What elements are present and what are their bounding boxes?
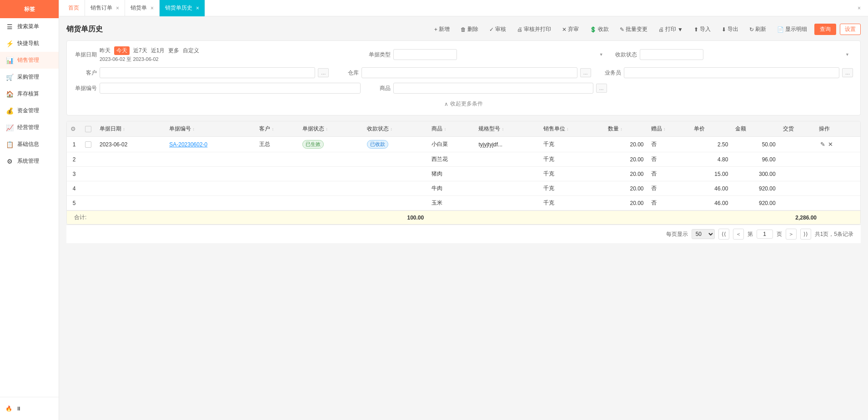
doc-number-link[interactable]: SA-20230602-0 [169, 141, 207, 148]
col-goods[interactable]: 商品 [428, 121, 475, 137]
warehouse-ellipsis-btn[interactable]: ... [580, 68, 591, 77]
goods-ellipsis-btn[interactable]: ... [596, 84, 607, 93]
col-doc-status[interactable]: 单据状态 [299, 121, 363, 137]
cell-transaction [779, 167, 815, 181]
print-button[interactable]: 🖨 打印 ▼ [655, 24, 687, 35]
sidebar-item-label: 基础信息 [17, 140, 39, 148]
tab-sales-history[interactable]: 销货单历史 × [160, 0, 205, 16]
shortcut-custom[interactable]: 自定义 [183, 47, 199, 55]
tab-sales-order-close[interactable]: × [116, 5, 119, 11]
sidebar-item-base-info[interactable]: 📋 基础信息 [0, 136, 59, 153]
display-detail-button[interactable]: 📄 显示明细 [773, 24, 811, 35]
audit-print-button[interactable]: 🖨 审核并打印 [513, 24, 555, 35]
per-page-select[interactable]: 50 100 [692, 229, 715, 239]
col-doc-number[interactable]: 单据编号 [166, 121, 256, 137]
doc-number-input[interactable] [100, 83, 361, 94]
cell-sales-unit: 千克 [540, 167, 604, 181]
cell-customer [256, 181, 299, 196]
export-button[interactable]: ⬇ 导出 [718, 24, 742, 35]
col-quantity[interactable]: 数量 [604, 121, 647, 137]
payment-status-select[interactable] [640, 49, 703, 60]
audit-button[interactable]: ✓ 审核 [486, 24, 510, 35]
edit-action-btn[interactable]: ✎ [819, 141, 827, 148]
filter-row-1: 单据日期 昨天 今天 近7天 近1月 更多 自定义 2023-06-02 至 2… [74, 46, 853, 63]
shortcut-more[interactable]: 更多 [168, 47, 179, 55]
shortcut-last1month[interactable]: 近1月 [151, 47, 165, 55]
page-first-btn[interactable]: ⟨⟨ [718, 229, 729, 240]
payment-status-select-wrap [640, 49, 853, 60]
tab-sales-delivery[interactable]: 销货单 × [125, 0, 160, 16]
page-input[interactable] [757, 230, 773, 239]
discard-button[interactable]: ✕ 弃审 [558, 24, 582, 35]
sidebar-item-finance-mgmt[interactable]: 💰 资金管理 [0, 102, 59, 119]
cell-row-num: 4 [67, 181, 81, 196]
cell-gift: 否 [647, 152, 691, 167]
col-customer[interactable]: 客户 [256, 121, 299, 137]
delete-button[interactable]: 🗑 删除 [457, 24, 482, 35]
sidebar-item-sys-mgmt[interactable]: ⚙ 系统管理 [0, 153, 59, 170]
col-payment-status[interactable]: 收款状态 [363, 121, 428, 137]
search-menu-icon: ☰ [5, 23, 14, 30]
table-row: 2西兰花千克20.00否4.8096.00 [67, 152, 860, 167]
doc-number-label: 单据编号 [74, 85, 97, 92]
setting-button[interactable]: 设置 [840, 24, 861, 35]
query-button[interactable]: 查询 [814, 24, 836, 35]
cell-spec [475, 167, 539, 181]
doc-type-filter-item: 单据类型 [368, 49, 607, 60]
customer-ellipsis-btn[interactable]: ... [318, 68, 329, 77]
tab-bar-close-all[interactable]: × [854, 5, 864, 11]
sidebar-item-purchase-mgmt[interactable]: 🛒 采购管理 [0, 69, 59, 85]
staff-ellipsis-btn[interactable]: ... [842, 68, 853, 77]
doc-type-select[interactable] [393, 49, 457, 60]
col-settings[interactable]: ⚙ [67, 121, 81, 137]
cell-row-num: 1 [67, 137, 81, 152]
cell-checkbox [81, 181, 96, 196]
tab-sales-history-close[interactable]: × [196, 5, 199, 11]
page-label: 第 [748, 230, 753, 238]
page-next-btn[interactable]: ＞ [786, 229, 797, 240]
shortcut-yesterday[interactable]: 昨天 [100, 47, 110, 55]
batch-change-button[interactable]: ✎ 批量变更 [616, 24, 651, 35]
sidebar-bottom-item[interactable]: 🔥 ⏸ [0, 401, 59, 416]
refresh-button[interactable]: ↻ 刷新 [746, 24, 770, 35]
staff-input[interactable] [624, 67, 839, 78]
cell-unit-price: 46.00 [690, 196, 732, 210]
col-spec[interactable]: 规格型号 [475, 121, 539, 137]
toolbar: + 新增 🗑 删除 ✓ 审核 🖨 审核并打印 ✕ 弃审 [431, 24, 861, 35]
import-button[interactable]: ⬆ 导入 [690, 24, 714, 35]
warehouse-input[interactable] [361, 67, 577, 78]
add-icon: + [434, 26, 437, 33]
sidebar-item-ops-mgmt[interactable]: 📈 经营管理 [0, 119, 59, 136]
col-sales-unit[interactable]: 销售单位 [540, 121, 604, 137]
delete-icon: 🗑 [461, 26, 466, 33]
col-checkbox[interactable] [81, 121, 96, 137]
sidebar-item-inventory[interactable]: 🏠 库存核算 [0, 85, 59, 102]
add-button[interactable]: + 新增 [431, 24, 453, 35]
warehouse-label: 仓库 [336, 69, 359, 77]
shortcut-today[interactable]: 今天 [114, 46, 130, 55]
page-last-btn[interactable]: ⟩⟩ [800, 229, 811, 240]
sidebar-item-quick-nav[interactable]: ⚡ 快捷导航 [0, 35, 59, 52]
col-doc-date[interactable]: 单据日期 [96, 121, 166, 137]
collect-button[interactable]: 💲 收款 [586, 24, 612, 35]
customer-input[interactable] [100, 67, 315, 78]
col-gift[interactable]: 赠品 [647, 121, 691, 137]
header-checkbox[interactable] [85, 126, 91, 132]
gear-icon[interactable]: ⚙ [70, 125, 76, 132]
cell-doc-number [166, 167, 256, 181]
collapse-btn[interactable]: ∧ 收起更多条件 [74, 98, 853, 110]
page-prev-btn[interactable]: ＜ [733, 229, 744, 240]
tab-sales-delivery-close[interactable]: × [151, 5, 154, 11]
tab-sales-order[interactable]: 销售订单 × [85, 0, 125, 16]
sidebar-item-sales-mgmt[interactable]: 📊 销售管理 [0, 52, 59, 69]
col-action: 操作 [815, 121, 860, 137]
tab-home[interactable]: 首页 [63, 0, 85, 16]
audit-print-icon: 🖨 [517, 26, 522, 33]
cell-payment-status: 已收款 [363, 137, 428, 152]
cell-unit-price: 46.00 [690, 181, 732, 196]
goods-input[interactable] [393, 83, 593, 94]
row-checkbox[interactable] [85, 141, 91, 148]
sidebar-item-search-menu[interactable]: ☰ 搜索菜单 [0, 18, 59, 35]
shortcut-last7days[interactable]: 近7天 [133, 47, 147, 55]
delete-action-btn[interactable]: ✕ [827, 141, 834, 148]
